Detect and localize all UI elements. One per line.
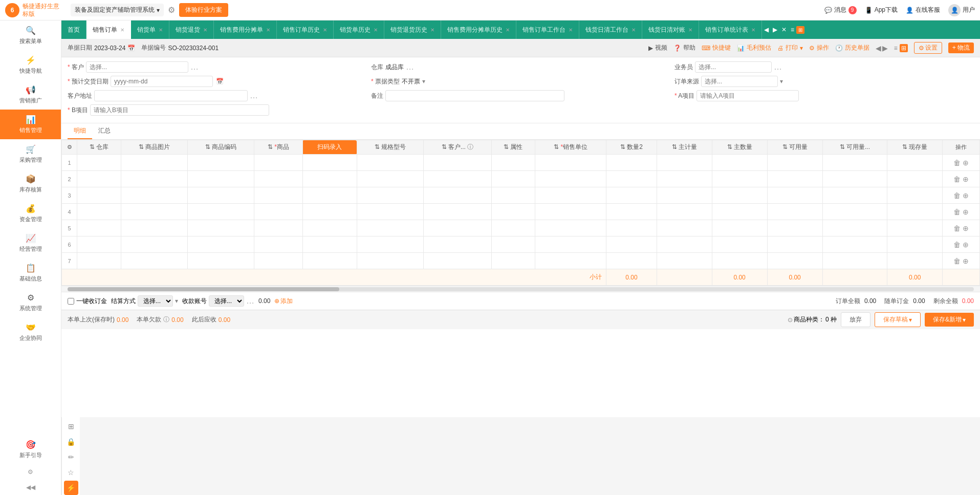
tab-sales-stats[interactable]: 销售订单统计表 ✕ [699, 20, 762, 39]
row-5-product[interactable] [254, 220, 302, 236]
row-6-code[interactable] [188, 236, 254, 253]
tab-sales-order-history[interactable]: 销售订单历史 ✕ [277, 20, 334, 39]
customer-more-icon[interactable]: … [190, 62, 199, 72]
row-4-attr[interactable] [491, 204, 535, 220]
row-3-attr[interactable] [491, 187, 535, 204]
row-4-delete-btn[interactable]: 🗑 [953, 208, 961, 216]
row-7-unit[interactable] [535, 253, 606, 269]
tab-nav-left[interactable]: ◀ [762, 26, 771, 33]
row-2-warehouse[interactable] [77, 171, 121, 187]
sidebar-item-search[interactable]: 🔍 搜索菜单 [0, 20, 61, 50]
row-2-code[interactable] [188, 171, 254, 187]
draft-btn[interactable]: 保存草稿 ▾ [875, 312, 921, 327]
row-3-warehouse[interactable] [77, 187, 121, 204]
row-2-avail2[interactable] [822, 171, 887, 187]
row-1-copy-btn[interactable]: ⊕ [963, 159, 969, 167]
sub-tab-summary[interactable]: 汇总 [92, 123, 117, 139]
toolbar-help[interactable]: ❓ 帮助 [673, 44, 695, 52]
row-6-customer-spec[interactable] [424, 236, 491, 253]
row-4-qty2[interactable] [606, 204, 657, 220]
sidebar-item-inventory[interactable]: 📦 库存核算 [0, 169, 61, 199]
row-6-scan[interactable] [302, 236, 357, 253]
right-panel-btn-2[interactable]: 🔒 [64, 435, 78, 449]
tab-sales-expense-close[interactable]: ✕ [266, 27, 270, 33]
row-2-stock[interactable] [887, 171, 943, 187]
row-3-avail2[interactable] [822, 187, 887, 204]
row-2-qty2[interactable] [606, 171, 657, 187]
row-3-code[interactable] [188, 187, 254, 204]
abandon-btn[interactable]: 放弃 [841, 312, 870, 327]
tab-sales-order[interactable]: 销售订单 ✕ [86, 20, 131, 39]
row-1-attr[interactable] [491, 155, 535, 171]
row-1-scan[interactable] [302, 155, 357, 171]
row-7-attr[interactable] [491, 253, 535, 269]
app-download-item[interactable]: 📱 App下载 [865, 6, 898, 14]
row-6-main-qty[interactable] [712, 236, 767, 253]
row-5-code[interactable] [188, 220, 254, 236]
row-7-warehouse[interactable] [77, 253, 121, 269]
delivery-date-calendar-icon[interactable]: 📅 [216, 78, 224, 85]
address-more-icon[interactable]: … [250, 91, 258, 100]
row-1-warehouse[interactable] [77, 155, 121, 171]
tab-sales-order-history-close[interactable]: ✕ [323, 27, 327, 33]
row-6-unit[interactable] [535, 236, 606, 253]
save-new-chevron[interactable]: ▾ [963, 316, 966, 324]
row-6-warehouse[interactable] [77, 236, 121, 253]
customer-address-input[interactable] [94, 90, 248, 101]
tab-sales-stats-close[interactable]: ✕ [751, 27, 755, 33]
nav-prev-icon[interactable]: ◀ [876, 44, 881, 52]
row-2-attr[interactable] [491, 171, 535, 187]
user-item[interactable]: 👤 用户 [948, 4, 975, 16]
row-6-copy-btn[interactable]: ⊕ [963, 241, 969, 249]
row-4-code[interactable] [188, 204, 254, 220]
row-7-customer-spec[interactable] [424, 253, 491, 269]
tab-nav-menu[interactable]: ≡ [789, 26, 796, 33]
row-6-attr[interactable] [491, 236, 535, 253]
tab-sales-return-close[interactable]: ✕ [203, 27, 207, 33]
row-5-image[interactable] [121, 220, 187, 236]
row-3-spec[interactable] [357, 187, 423, 204]
staff-more-icon[interactable]: … [774, 62, 782, 72]
row-4-stock[interactable] [887, 204, 943, 220]
staff-input[interactable] [695, 61, 772, 73]
toolbar-view[interactable]: ▶ 视频 [648, 44, 667, 52]
row-2-main-unit[interactable] [657, 171, 712, 187]
row-1-image[interactable] [121, 155, 187, 171]
row-4-unit[interactable] [535, 204, 606, 220]
settlement-select[interactable]: 选择... [138, 295, 173, 307]
customer-input[interactable] [86, 61, 188, 73]
row-6-avail2[interactable] [822, 236, 887, 253]
row-2-customer-spec[interactable] [424, 171, 491, 187]
row-3-qty2[interactable] [606, 187, 657, 204]
row-7-spec[interactable] [357, 253, 423, 269]
right-panel-btn-4[interactable]: ☆ [64, 465, 78, 480]
row-7-stock[interactable] [887, 253, 943, 269]
row-4-avail2[interactable] [822, 204, 887, 220]
sidebar-item-purchase[interactable]: 🛒 采购管理 [0, 139, 61, 169]
tab-sales-return-history[interactable]: 销货退货历史 ✕ [384, 20, 441, 39]
toolbar-history[interactable]: 🕐 历史单据 [835, 44, 869, 52]
row-6-avail[interactable] [767, 236, 822, 253]
right-panel-btn-5[interactable]: ⚡ [64, 481, 78, 495]
row-7-qty2[interactable] [606, 253, 657, 269]
row-7-product[interactable] [254, 253, 302, 269]
save-new-btn[interactable]: 保存&新增 ▾ [925, 313, 974, 327]
notes-input[interactable] [385, 90, 564, 101]
tab-sales-slip-history-close[interactable]: ✕ [374, 27, 378, 33]
row-5-attr[interactable] [491, 220, 535, 236]
row-7-main-unit[interactable] [657, 253, 712, 269]
footer-add-btn[interactable]: ⊕ 添加 [274, 297, 293, 306]
row-6-stock[interactable] [887, 236, 943, 253]
current-debt-info-icon[interactable]: ⓘ [163, 315, 169, 324]
row-4-customer-spec[interactable] [424, 204, 491, 220]
table-scrollbar[interactable] [61, 286, 980, 292]
row-6-qty2[interactable] [606, 236, 657, 253]
row-2-avail[interactable] [767, 171, 822, 187]
warehouse-more-icon[interactable]: … [406, 62, 414, 72]
th-scan[interactable]: 扫码录入 [302, 140, 357, 155]
row-5-avail[interactable] [767, 220, 822, 236]
row-4-image[interactable] [121, 204, 187, 220]
right-panel-btn-1[interactable]: ⊞ [64, 419, 78, 434]
row-3-main-unit[interactable] [657, 187, 712, 204]
row-3-main-qty[interactable] [712, 187, 767, 204]
